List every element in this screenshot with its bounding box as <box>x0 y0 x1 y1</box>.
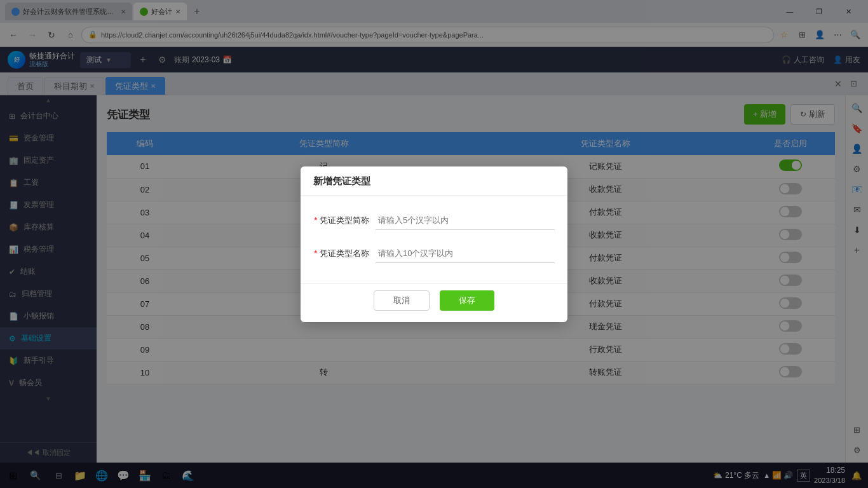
modal: 新增凭证类型 * 凭证类型简称 * 凭证类型名称 取消 保存 <box>301 166 567 322</box>
form-row-abbr: * 凭证类型简称 <box>313 211 555 230</box>
required-star2: * <box>314 248 320 258</box>
modal-header: 新增凭证类型 <box>301 166 567 196</box>
modal-overlay: 新增凭证类型 * 凭证类型简称 * 凭证类型名称 取消 保存 <box>0 0 868 488</box>
name-input[interactable] <box>376 244 555 263</box>
form-row-name: * 凭证类型名称 <box>313 244 555 263</box>
cancel-button[interactable]: 取消 <box>374 290 430 311</box>
modal-body: * 凭证类型简称 * 凭证类型名称 <box>301 196 567 283</box>
required-star: * <box>314 215 320 225</box>
abbr-input[interactable] <box>376 211 555 230</box>
save-button[interactable]: 保存 <box>440 290 494 311</box>
abbr-label: * 凭证类型简称 <box>313 215 369 226</box>
name-label: * 凭证类型名称 <box>313 248 369 259</box>
modal-footer: 取消 保存 <box>301 283 567 322</box>
